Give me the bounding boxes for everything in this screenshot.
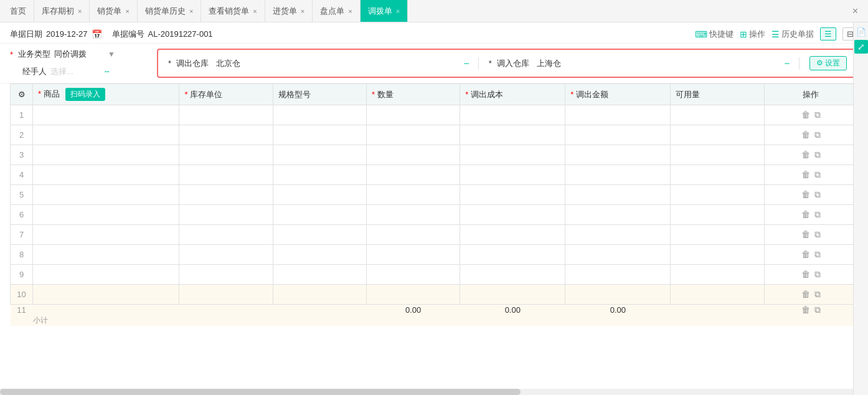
row-amount-9[interactable] — [565, 265, 671, 285]
col-gear[interactable]: ⚙ — [11, 84, 33, 105]
row-copy-icon-9[interactable]: ⧉ — [814, 269, 821, 280]
row-cost-4[interactable] — [460, 165, 565, 185]
row-qty-3[interactable] — [366, 145, 460, 165]
tab-view-sales-close[interactable]: × — [253, 7, 257, 15]
row-amount-1[interactable] — [565, 105, 671, 125]
row-product-6[interactable] — [33, 205, 179, 225]
tab-home[interactable]: 首页 — [2, 0, 34, 22]
row-amount-8[interactable] — [565, 245, 671, 265]
row-unit-5[interactable] — [179, 185, 273, 205]
row-delete-icon-1[interactable]: 🗑 — [801, 110, 810, 120]
warehouse-out-value[interactable]: 北京仓 — [216, 58, 240, 69]
tab-sales-order[interactable]: 销货单 × — [90, 0, 137, 22]
row-qty-2[interactable] — [366, 125, 460, 145]
row-amount-4[interactable] — [565, 165, 671, 185]
row-spec-8[interactable] — [273, 245, 366, 265]
row-available-1[interactable] — [671, 105, 764, 125]
row-product-8[interactable] — [33, 245, 179, 265]
row-product-5[interactable] — [33, 185, 179, 205]
row-copy-icon-6[interactable]: ⧉ — [814, 209, 821, 220]
row-delete-icon-9[interactable]: 🗑 — [801, 269, 810, 279]
row-cost-6[interactable] — [460, 205, 565, 225]
tab-transfer-order[interactable]: 调拨单 × — [361, 0, 408, 22]
row-available-6[interactable] — [671, 205, 764, 225]
row-cost-10[interactable] — [460, 285, 565, 305]
row-unit-4[interactable] — [179, 165, 273, 185]
row-spec-6[interactable] — [273, 205, 366, 225]
row-cost-9[interactable] — [460, 265, 565, 285]
row-available-3[interactable] — [671, 145, 764, 165]
row-delete-icon-5[interactable]: 🗑 — [801, 189, 810, 199]
row-cost-2[interactable] — [460, 125, 565, 145]
row-amount-2[interactable] — [565, 125, 671, 145]
row-product-4[interactable] — [33, 165, 179, 185]
row-cost-7[interactable] — [460, 225, 565, 245]
tab-inventory-count-close[interactable]: × — [348, 7, 352, 15]
handler-value[interactable]: 选择... — [50, 66, 100, 77]
row-amount-3[interactable] — [565, 145, 671, 165]
row-spec-9[interactable] — [273, 265, 366, 285]
warehouse-out-more-icon[interactable]: ··· — [463, 58, 468, 69]
sidebar-expand-icon[interactable]: ⤢ — [854, 40, 868, 54]
row-available-8[interactable] — [671, 245, 764, 265]
row-available-2[interactable] — [671, 125, 764, 145]
row-unit-9[interactable] — [179, 265, 273, 285]
tab-inventory-init[interactable]: 库存期初 × — [34, 0, 90, 22]
row-spec-7[interactable] — [273, 225, 366, 245]
row-unit-7[interactable] — [179, 225, 273, 245]
row-qty-8[interactable] — [366, 245, 460, 265]
row-spec-5[interactable] — [273, 185, 366, 205]
tab-sales-history[interactable]: 销货单历史 × — [138, 0, 201, 22]
row-available-7[interactable] — [671, 225, 764, 245]
row-qty-9[interactable] — [366, 265, 460, 285]
row-unit-10[interactable] — [179, 285, 273, 305]
row-available-10[interactable] — [671, 285, 764, 305]
row-product-7[interactable] — [33, 225, 179, 245]
row-cost-1[interactable] — [460, 105, 565, 125]
row-product-3[interactable] — [33, 145, 179, 165]
gear-icon[interactable]: ⚙ — [18, 90, 26, 99]
row-qty-10[interactable] — [366, 285, 460, 305]
sidebar-doc-icon[interactable]: 📄 — [854, 25, 868, 39]
settings-button[interactable]: ⚙ 设置 — [809, 56, 847, 70]
window-close-button[interactable]: × — [845, 6, 866, 17]
row-amount-5[interactable] — [565, 185, 671, 205]
row-amount-10[interactable] — [565, 285, 671, 305]
row-unit-2[interactable] — [179, 125, 273, 145]
row-qty-5[interactable] — [366, 185, 460, 205]
list-view-button-1[interactable]: ☰ — [820, 27, 836, 40]
row-unit-1[interactable] — [179, 105, 273, 125]
tab-view-sales[interactable]: 查看销货单 × — [201, 0, 265, 22]
warehouse-in-value[interactable]: 上海仓 — [537, 58, 561, 69]
row-unit-3[interactable] — [179, 145, 273, 165]
scan-button[interactable]: 扫码录入 — [65, 88, 105, 101]
row-qty-1[interactable] — [366, 105, 460, 125]
row-product-1[interactable] — [33, 105, 179, 125]
row-spec-4[interactable] — [273, 165, 366, 185]
tab-inventory-count[interactable]: 盘点单 × — [313, 0, 360, 22]
row-qty-6[interactable] — [366, 205, 460, 225]
date-value[interactable]: 2019-12-27 — [46, 29, 88, 39]
tab-sales-history-close[interactable]: × — [189, 7, 193, 15]
row-copy-icon-3[interactable]: ⧉ — [814, 150, 821, 160]
calendar-icon[interactable]: 📅 — [92, 29, 102, 39]
row-copy-icon-10[interactable]: ⧉ — [814, 289, 821, 300]
business-type-value[interactable]: 同价调拨 — [54, 49, 104, 60]
row-cost-5[interactable] — [460, 185, 565, 205]
row-spec-3[interactable] — [273, 145, 366, 165]
business-type-dropdown-icon[interactable]: ▼ — [108, 50, 115, 59]
scrollbar-thumb[interactable] — [0, 389, 521, 395]
row-spec-10[interactable] — [273, 285, 366, 305]
handler-more-icon[interactable]: ··· — [104, 66, 108, 77]
row-copy-icon-8[interactable]: ⧉ — [814, 249, 821, 260]
subtotal-delete-icon[interactable]: 🗑 — [801, 305, 810, 315]
operations-action[interactable]: ⊞ 操作 — [740, 29, 765, 40]
row-spec-2[interactable] — [273, 125, 366, 145]
row-delete-icon-8[interactable]: 🗑 — [801, 249, 810, 259]
row-cost-3[interactable] — [460, 145, 565, 165]
row-delete-icon-4[interactable]: 🗑 — [801, 169, 810, 179]
row-product-9[interactable] — [33, 265, 179, 285]
tab-purchase-order[interactable]: 进货单 × — [265, 0, 313, 22]
row-product-10[interactable] — [33, 285, 179, 305]
row-available-4[interactable] — [671, 165, 764, 185]
